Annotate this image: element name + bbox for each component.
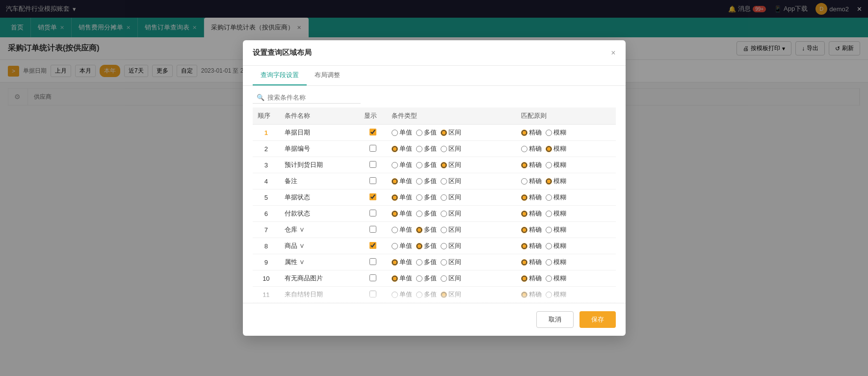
table-row: 1单据日期单值多值区间精确模糊 xyxy=(253,125,616,141)
type-radio-item[interactable]: 多值 xyxy=(416,193,437,202)
type-radio-group: 单值多值区间 xyxy=(392,128,511,137)
type-radio-item[interactable]: 区间 xyxy=(441,144,461,153)
cell-match-rule: 精确模糊 xyxy=(516,189,616,206)
display-checkbox[interactable] xyxy=(369,292,376,299)
match-radio-item[interactable]: 模糊 xyxy=(546,242,566,250)
match-radio-item[interactable]: 精确 xyxy=(521,242,542,250)
type-radio-item[interactable]: 单值 xyxy=(392,144,412,153)
match-radio-item[interactable]: 模糊 xyxy=(546,128,566,137)
match-radio-item[interactable]: 精确 xyxy=(521,128,542,137)
cell-order: 8 xyxy=(253,238,280,254)
match-radio-item[interactable]: 精确 xyxy=(521,177,542,186)
type-radio-item[interactable]: 区间 xyxy=(441,177,461,186)
cell-match-rule: 精确模糊 xyxy=(516,173,616,189)
modal-tab-query-fields[interactable]: 查询字段设置 xyxy=(253,66,307,85)
match-radio-item[interactable]: 精确 xyxy=(521,274,542,283)
search-icon: 🔍 xyxy=(257,94,264,101)
display-checkbox[interactable] xyxy=(369,178,376,186)
type-radio-item[interactable]: 多值 xyxy=(416,242,437,250)
match-radio-item[interactable]: 精确 xyxy=(521,209,542,218)
type-radio-item[interactable]: 区间 xyxy=(441,209,461,218)
type-radio-group: 单值多值区间 xyxy=(392,225,511,234)
type-radio-item[interactable]: 多值 xyxy=(416,274,437,283)
type-radio-group: 单值多值区间 xyxy=(392,209,511,218)
display-checkbox[interactable] xyxy=(369,259,376,267)
type-radio-item[interactable]: 单值 xyxy=(392,128,412,137)
cell-match-rule: 精确模糊 xyxy=(516,287,616,303)
type-radio-item[interactable]: 区间 xyxy=(441,225,461,234)
type-radio-item[interactable]: 多值 xyxy=(416,177,437,186)
search-input[interactable] xyxy=(267,94,357,101)
display-checkbox[interactable] xyxy=(369,275,376,283)
match-radio-item[interactable]: 模糊 xyxy=(546,258,566,267)
col-display: 显示 xyxy=(359,107,387,125)
type-radio-item[interactable]: 多值 xyxy=(416,209,437,218)
cell-field-type: 单值多值区间 xyxy=(387,141,516,157)
match-radio-item[interactable]: 模糊 xyxy=(546,290,566,299)
modal-title: 设置查询区域布局 xyxy=(253,48,312,57)
cell-field-type: 单值多值区间 xyxy=(387,125,516,141)
type-radio-item[interactable]: 单值 xyxy=(392,193,412,202)
type-radio-item[interactable]: 多值 xyxy=(416,258,437,267)
match-radio-item[interactable]: 模糊 xyxy=(546,274,566,283)
cell-field-name: 单据状态 xyxy=(280,189,359,206)
type-radio-item[interactable]: 区间 xyxy=(441,290,461,299)
match-radio-group: 精确模糊 xyxy=(521,209,611,218)
type-radio-item[interactable]: 多值 xyxy=(416,161,437,169)
modal: 设置查询区域布局 × 查询字段设置 布局调整 🔍 顺序 xyxy=(243,40,626,336)
type-radio-item[interactable]: 单值 xyxy=(392,290,412,299)
match-radio-item[interactable]: 模糊 xyxy=(546,225,566,234)
type-radio-item[interactable]: 单值 xyxy=(392,161,412,169)
type-radio-item[interactable]: 单值 xyxy=(392,242,412,250)
display-checkbox[interactable] xyxy=(369,243,376,250)
match-radio-item[interactable]: 精确 xyxy=(521,290,542,299)
type-radio-item[interactable]: 多值 xyxy=(416,128,437,137)
type-radio-item[interactable]: 单值 xyxy=(392,209,412,218)
type-radio-item[interactable]: 单值 xyxy=(392,258,412,267)
match-radio-item[interactable]: 模糊 xyxy=(546,209,566,218)
type-radio-item[interactable]: 单值 xyxy=(392,225,412,234)
type-radio-item[interactable]: 区间 xyxy=(441,128,461,137)
display-checkbox[interactable] xyxy=(369,194,376,202)
type-radio-item[interactable]: 单值 xyxy=(392,274,412,283)
match-radio-item[interactable]: 精确 xyxy=(521,193,542,202)
type-radio-item[interactable]: 多值 xyxy=(416,225,437,234)
match-radio-item[interactable]: 模糊 xyxy=(546,161,566,169)
cell-display xyxy=(359,222,387,238)
type-radio-item[interactable]: 多值 xyxy=(416,144,437,153)
type-radio-item[interactable]: 区间 xyxy=(441,258,461,267)
display-checkbox[interactable] xyxy=(369,130,376,137)
match-radio-group: 精确模糊 xyxy=(521,290,611,299)
cell-match-rule: 精确模糊 xyxy=(516,206,616,222)
table-row: 10有无商品图片单值多值区间精确模糊 xyxy=(253,270,616,287)
display-checkbox[interactable] xyxy=(369,146,376,153)
modal-overlay[interactable]: 设置查询区域布局 × 查询字段设置 布局调整 🔍 顺序 xyxy=(0,0,868,376)
display-checkbox[interactable] xyxy=(369,211,376,218)
type-radio-item[interactable]: 区间 xyxy=(441,274,461,283)
match-radio-item[interactable]: 模糊 xyxy=(546,177,566,186)
match-radio-item[interactable]: 模糊 xyxy=(546,193,566,202)
type-radio-item[interactable]: 区间 xyxy=(441,161,461,169)
type-radio-item[interactable]: 单值 xyxy=(392,177,412,186)
table-row: 7仓库 ∨单值多值区间精确模糊 xyxy=(253,222,616,238)
cell-match-rule: 精确模糊 xyxy=(516,254,616,270)
display-checkbox[interactable] xyxy=(369,162,376,169)
save-btn[interactable]: 保存 xyxy=(579,311,616,328)
display-checkbox[interactable] xyxy=(369,227,376,234)
match-radio-item[interactable]: 精确 xyxy=(521,225,542,234)
modal-close-btn[interactable]: × xyxy=(611,49,615,57)
type-radio-item[interactable]: 区间 xyxy=(441,193,461,202)
match-radio-item[interactable]: 精确 xyxy=(521,161,542,169)
type-radio-item[interactable]: 多值 xyxy=(416,290,437,299)
table-row: 3预计到货日期单值多值区间精确模糊 xyxy=(253,157,616,173)
cell-order: 5 xyxy=(253,189,280,206)
match-radio-item[interactable]: 精确 xyxy=(521,258,542,267)
table-row: 8商品 ∨单值多值区间精确模糊 xyxy=(253,238,616,254)
type-radio-group: 单值多值区间 xyxy=(392,290,511,299)
match-radio-group: 精确模糊 xyxy=(521,274,611,283)
match-radio-item[interactable]: 模糊 xyxy=(546,144,566,153)
type-radio-item[interactable]: 区间 xyxy=(441,242,461,250)
modal-tab-layout[interactable]: 布局调整 xyxy=(307,66,348,85)
match-radio-item[interactable]: 精确 xyxy=(521,144,542,153)
cancel-btn[interactable]: 取消 xyxy=(536,311,574,328)
